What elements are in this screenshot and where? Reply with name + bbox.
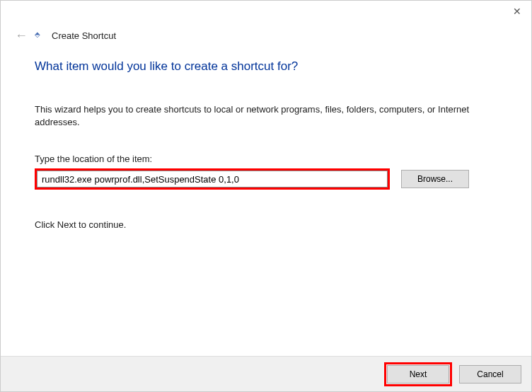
continue-text: Click Next to continue.: [35, 219, 497, 230]
wizard-content: What item would you like to create a sho…: [1, 59, 531, 230]
back-arrow-icon[interactable]: ←: [15, 29, 28, 42]
location-label: Type the location of the item:: [35, 154, 497, 164]
next-highlight: Next: [384, 362, 452, 386]
titlebar: ✕: [1, 1, 531, 22]
next-button[interactable]: Next: [387, 365, 449, 384]
browse-button[interactable]: Browse...: [401, 170, 469, 188]
wizard-title: Create Shortcut: [52, 30, 116, 41]
wizard-description: This wizard helps you to create shortcut…: [35, 103, 497, 129]
location-highlight: [35, 168, 390, 190]
cancel-button[interactable]: Cancel: [459, 365, 521, 384]
close-icon[interactable]: ✕: [513, 6, 521, 17]
shortcut-icon: ⬘: [35, 30, 45, 40]
wizard-heading: What item would you like to create a sho…: [35, 59, 497, 74]
wizard-footer: Next Cancel: [1, 356, 531, 391]
wizard-header: ← ⬘ Create Shortcut: [1, 22, 531, 59]
location-input[interactable]: [37, 171, 388, 188]
location-row: Browse...: [35, 168, 497, 190]
